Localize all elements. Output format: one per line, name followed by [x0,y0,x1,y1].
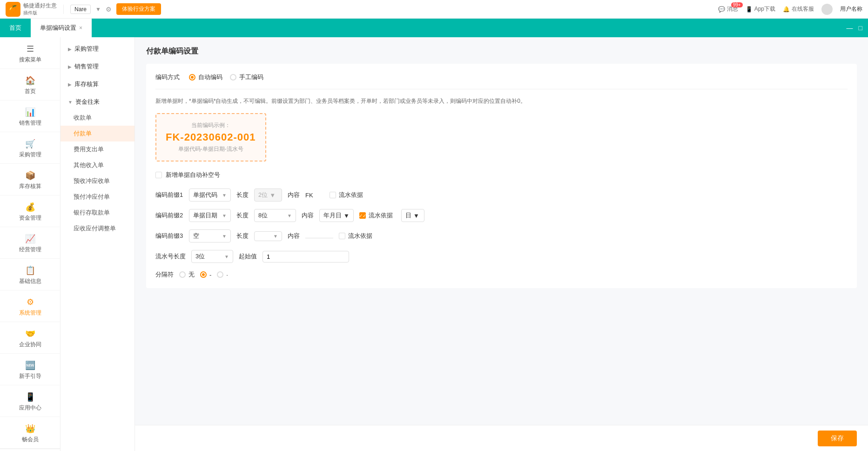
sidebar-item-bank[interactable]: 银行存取款单 [61,205,135,221]
auto-encode-radio[interactable]: 自动编码 [189,73,222,81]
settings-panel: 编码方式 自动编码 手工编码 新增单据时，*单据编码*自动生成，不可编辑。前缀设… [146,64,857,288]
company-selector[interactable]: Nare [70,5,91,14]
serial-length-value: 3位 [195,252,205,261]
sidebar-inventory[interactable]: 📦 库存核算 [0,164,60,195]
prefix2-length-value: 8位 [258,211,268,220]
sidebar-funds[interactable]: 💰 资金管理 [0,195,60,227]
username[interactable]: 用户名称 [840,5,862,13]
topbar-right: 💬 消息 99+ 📱 App下载 🔔 在线客服 用户名称 [718,4,862,15]
prefix1-length-select[interactable]: 2位 ▼ [254,188,282,202]
auto-fill-checkbox[interactable] [155,172,162,178]
save-button[interactable]: 保存 [818,431,857,446]
prefix3-stream-check[interactable]: 流水依据 [339,232,372,240]
sep-none-radio[interactable]: 无 [179,270,195,279]
prefix2-select[interactable]: 单据日期 ▼ [189,209,231,222]
minimize-icon[interactable]: — [847,24,853,32]
prefix3-length-select[interactable]: ▼ [254,231,282,241]
group-capital: ▼ 资金往来 收款单 付款单 费用支出单 其他收入单 预收冲应收单 预付冲应付单… [61,94,135,236]
prefix1-row: 编码前缀1 单据代码 ▼ 长度 2位 ▼ 内容 FK [155,188,848,202]
sidebar-guide[interactable]: 🆕 新手引导 [0,354,60,385]
app-download-label: App下载 [754,5,775,13]
sep-dot2-radio[interactable]: · [217,271,228,278]
sidebar-member[interactable]: 👑 畅会员 [0,417,60,449]
group-inventory-header[interactable]: ▶ 库存核算 [61,76,135,92]
sidebar-enterprise[interactable]: 🤝 企业协同 [0,322,60,354]
prefix2-length-select[interactable]: 8位 ▼ [254,209,296,222]
prefix2-chevron: ▼ [222,213,227,218]
prefix3-chevron: ▼ [222,234,227,239]
prefix3-select-value: 空 [193,232,199,240]
prefix1-select[interactable]: 单据代码 ▼ [189,188,231,202]
prefix2-select-value: 单据日期 [193,211,217,220]
trial-button[interactable]: 体验行业方案 [116,3,161,15]
prefix3-select[interactable]: 空 ▼ [189,229,231,242]
app-download-button[interactable]: 📱 App下载 [746,5,775,13]
online-service-icon: 🔔 [783,6,790,13]
prefix2-row: 编码前缀2 单据日期 ▼ 长度 8位 ▼ 内容 年月日 [155,209,848,222]
manual-encode-radio[interactable]: 手工编码 [230,73,263,81]
sidebar-purchase[interactable]: 🛒 采购管理 [0,132,60,164]
online-service-button[interactable]: 🔔 在线客服 [783,5,814,13]
funds-label: 资金管理 [19,214,41,222]
basic-info-label: 基础信息 [19,277,41,285]
enterprise-label: 企业协同 [19,341,41,349]
system-label: 系统管理 [19,309,41,317]
sidebar-home[interactable]: 🏠 首页 [0,69,60,101]
sidebar-search-menu[interactable]: ☰ 搜索菜单 [0,37,60,69]
sidebar-item-receipt[interactable]: 收款单 [61,110,135,126]
app-logo: 🍊 畅捷通好生意插件版 [6,2,57,17]
tab-home[interactable]: 首页 [0,19,31,37]
prefix1-length-label: 长度 [236,191,249,199]
company-dropdown-icon[interactable]: ▼ [95,6,101,13]
purchase-label: 采购管理 [19,151,41,159]
prefix1-length-chevron: ▼ [269,192,276,199]
chevron-right-icon2: ▶ [68,64,72,69]
sep-none-circle [179,271,186,278]
logo-icon: 🍊 [6,2,20,17]
search-menu-icon: ☰ [27,44,34,54]
avatar[interactable] [821,4,833,15]
group-inventory: ▶ 库存核算 [61,76,135,92]
encoding-method-label: 编码方式 [155,73,180,81]
prefix2-stream-check[interactable]: ✓ 流水依据 [359,211,393,220]
sep-dot-radio[interactable]: - [200,271,211,278]
sidebar-sales[interactable]: 📊 销售管理 [0,101,60,132]
enterprise-icon: 🤝 [25,329,35,339]
sidebar-item-expense[interactable]: 费用支出单 [61,141,135,157]
prefix3-row: 编码前缀3 空 ▼ 长度 ▼ 内容 [155,229,848,242]
maximize-icon[interactable]: □ [859,24,862,32]
settings-icon[interactable]: ⚙ [106,6,112,13]
member-label: 畅会员 [22,436,39,444]
serial-length-label: 流水号长度 [155,252,186,261]
group-sales-header[interactable]: ▶ 销售管理 [61,59,135,74]
guide-icon: 🆕 [25,360,35,370]
sidebar-item-other-income[interactable]: 其他收入单 [61,157,135,173]
preview-desc: 单据代码-单据日期-流水号 [166,145,256,153]
sidebar-basic-info[interactable]: 📋 基础信息 [0,259,60,290]
prefix2-length-label: 长度 [236,211,249,220]
sidebar-operations[interactable]: 📈 经营管理 [0,227,60,259]
prefix1-stream-check[interactable]: 流水依据 [330,191,363,199]
serial-start-input[interactable] [262,251,349,263]
sidebar-system[interactable]: ⚙ 系统管理 [0,290,60,322]
content-area: ☰ 搜索菜单 🏠 首页 📊 销售管理 🛒 采购管理 📦 库存核算 💰 资金管理 … [0,37,868,451]
group-purchase-header[interactable]: ▶ 采购管理 [61,41,135,57]
sidebar-item-prepay-offset[interactable]: 预收冲应收单 [61,173,135,189]
preview-box: 当前编码示例： FK-20230602-001 单据代码-单据日期-流水号 [155,113,266,162]
tab-settings[interactable]: 单据编码设置 × [31,19,92,37]
sidebar-item-adjust[interactable]: 应收应付调整单 [61,221,135,236]
search-menu-label: 搜索菜单 [19,56,41,64]
prefix2-day-select[interactable]: 日 ▼ [401,209,424,222]
serial-length-select[interactable]: 3位 ▼ [191,250,233,263]
sidebar-app-center[interactable]: 📱 应用中心 [0,385,60,417]
sidebar-item-advance-offset[interactable]: 预付冲应付单 [61,189,135,205]
tab-settings-close[interactable]: × [79,25,82,31]
divider [63,5,64,14]
group-capital-header[interactable]: ▼ 资金往来 [61,94,135,110]
message-button[interactable]: 💬 消息 99+ [718,5,738,13]
logo-text: 畅捷通好生意插件版 [23,2,57,16]
prefix2-length-chevron: ▼ [287,213,292,218]
basic-info-icon: 📋 [25,265,35,276]
sidebar-item-payment[interactable]: 付款单 [61,126,135,141]
prefix2-content-select[interactable]: 年月日 ▼ [319,209,354,222]
